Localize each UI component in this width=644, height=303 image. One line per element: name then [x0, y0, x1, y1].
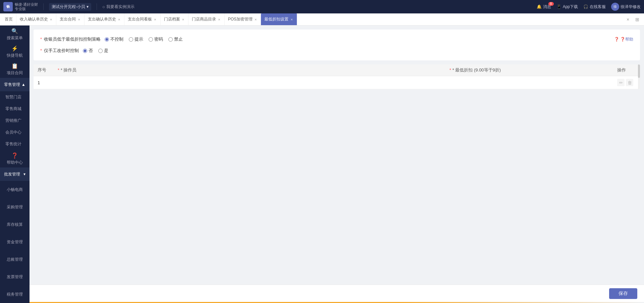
tab-store-file[interactable]: 门店档案 ×	[161, 13, 189, 26]
col-header-index: 序号	[34, 64, 54, 76]
radio-remind[interactable]: 提示	[129, 36, 143, 42]
cell-discount	[445, 76, 613, 89]
sidebar-sub-retail-stats[interactable]: 零售统计	[0, 138, 30, 150]
sidebar-item-inventory[interactable]: 库存核算	[0, 216, 30, 233]
col-header-discount: * * 最低折扣 (9.00等于9折)	[445, 64, 613, 76]
manual-price-row: * 仅手工改价时控制 否 是	[40, 48, 633, 54]
save-button[interactable]: 保存	[609, 288, 637, 299]
table-scrollbar-thumb	[638, 64, 640, 78]
radio-no-control[interactable]: 不控制	[105, 36, 123, 42]
edit-button[interactable]: ✏	[617, 79, 625, 86]
chevron-up-icon: ▲	[21, 82, 25, 87]
sidebar-item-account-mgmt[interactable]: 总账管理	[0, 251, 30, 268]
tab-min-discount[interactable]: 最低折扣设置 ×	[261, 13, 297, 26]
tab-close-income-confirm[interactable]: ×	[49, 17, 53, 22]
col-header-action: 操作	[613, 64, 640, 76]
tab-income-confirm[interactable]: 收入确认单历史 ×	[16, 13, 56, 26]
page-content: * 收银员低于最低折扣控制策略 不控制 提示	[30, 26, 644, 285]
topbar: 畅 畅捷·通好业财 专业版 测试分开完程-小贝 ▾ ○ 我要看实例演示 🔔 消息…	[0, 0, 644, 13]
sidebar-sub-smart-store[interactable]: 智慧门店	[0, 91, 30, 103]
tab-actions: × ⊞	[624, 15, 643, 23]
page-footer: 保存	[30, 285, 644, 302]
content-area: * 收银员低于最低折扣控制策略 不控制 提示	[30, 26, 644, 303]
sidebar-item-invoice-mgmt[interactable]: 发票管理	[0, 268, 30, 286]
user-menu[interactable]: 徐 徐泽华修改	[611, 3, 641, 11]
discount-table: 序号 * * 操作员 * * 最低折扣 (9.00等于9折) 操作	[34, 64, 640, 89]
tab-close-min-discount[interactable]: ×	[290, 17, 293, 22]
project-select[interactable]: 测试分开完程-小贝 ▾	[49, 3, 91, 11]
help-icon: ❓	[614, 37, 619, 42]
topbar-right: 🔔 消息 8 📱 App下载 🎧 在线客服 徐 徐泽华修改	[537, 3, 641, 11]
table-container: 序号 * * 操作员 * * 最低折扣 (9.00等于9折) 操作	[34, 64, 640, 89]
tab-close-payment-board[interactable]: ×	[153, 17, 157, 22]
tab-home[interactable]: 首页	[1, 13, 16, 26]
sidebar-item-ecommerce[interactable]: 小畅电商	[0, 181, 30, 198]
logo-area: 畅 畅捷·通好业财 专业版	[3, 2, 38, 11]
topbar-divider	[43, 3, 44, 10]
chevron-down-icon: ▾	[23, 172, 25, 176]
cell-operator	[54, 76, 445, 89]
search-icon: 🔍	[11, 28, 18, 34]
messages-badge: 8	[548, 2, 554, 6]
table-body: 1 ✏ 🗑	[34, 76, 640, 89]
radio-manual-yes[interactable]: 是	[98, 48, 108, 54]
sidebar-sub-online-store[interactable]: 零售商城	[0, 103, 30, 115]
tab-payment-confirm[interactable]: 支出确认单历史 ×	[85, 13, 124, 26]
tab-close-all-button[interactable]: ×	[624, 15, 632, 23]
tab-payment-contract[interactable]: 支出合同 ×	[56, 13, 84, 26]
logo-icon: 畅	[3, 2, 13, 11]
topbar-left: 畅 畅捷·通好业财 专业版 测试分开完程-小贝 ▾ ○ 我要看实例演示	[3, 2, 135, 11]
discount-strategy-row: * 收银员低于最低折扣控制策略 不控制 提示	[40, 36, 633, 42]
shortcut-icon: ⚡	[11, 45, 18, 52]
tab-payment-board[interactable]: 支出合同看板 ×	[124, 13, 160, 26]
app-download-button[interactable]: 📱 App下载	[556, 4, 578, 10]
sidebar-item-retail-mgmt[interactable]: 零售管理 ▲	[0, 78, 30, 91]
bell-icon: 🔔	[537, 4, 542, 9]
tab-close-store-product[interactable]: ×	[217, 17, 221, 22]
messages-button[interactable]: 🔔 消息 8	[537, 4, 551, 10]
col-header-operator: * * 操作员	[54, 64, 445, 76]
required-star: *	[40, 37, 42, 42]
sidebar-item-tax-mgmt[interactable]: 税务管理	[0, 286, 30, 303]
discount-strategy-label: * 收银员低于最低折扣控制策略	[40, 36, 101, 42]
sidebar-item-batch-mgmt[interactable]: 批发管理 ▾	[0, 167, 30, 181]
service-icon: 🎧	[583, 4, 588, 9]
demo-link[interactable]: ○ 我要看实例演示	[102, 4, 135, 10]
help-link[interactable]: ❓ ❓帮助	[614, 37, 633, 42]
sidebar-item-shortcut[interactable]: ⚡ 快捷导航	[0, 43, 30, 60]
tab-expand-button[interactable]: ⊞	[633, 15, 641, 23]
sidebar-item-project-contract[interactable]: 📋 项目合同	[0, 60, 30, 78]
discount-strategy-radio-group: 不控制 提示 密码 禁止	[105, 36, 183, 42]
help-icon: ❓	[11, 152, 18, 159]
sidebar-sub-marketing[interactable]: 营销推广	[0, 115, 30, 127]
avatar: 徐	[611, 3, 619, 11]
chevron-down-icon: ▾	[87, 4, 89, 9]
tab-close-payment-contract[interactable]: ×	[77, 17, 80, 22]
radio-password[interactable]: 密码	[149, 36, 163, 42]
sidebar-item-search[interactable]: 🔍 搜索菜单	[0, 26, 30, 43]
radio-forbidden[interactable]: 禁止	[168, 36, 183, 42]
manual-price-label: * 仅手工改价时控制	[40, 48, 79, 54]
manual-price-radio-group: 否 是	[83, 48, 108, 54]
tab-close-store-file[interactable]: ×	[181, 17, 185, 22]
download-icon: 📱	[556, 4, 561, 9]
table-header: 序号 * * 操作员 * * 最低折扣 (9.00等于9折) 操作	[34, 64, 640, 76]
sidebar-sub-member-center[interactable]: 会员中心	[0, 127, 30, 138]
sidebar-item-fund-mgmt[interactable]: 资金管理	[0, 233, 30, 251]
delete-button[interactable]: 🗑	[626, 79, 633, 86]
tab-store-product[interactable]: 门店商品目录 ×	[189, 13, 224, 26]
table-header-row: 序号 * * 操作员 * * 最低折扣 (9.00等于9折) 操作	[34, 64, 640, 76]
tab-pos-encrypt[interactable]: POS加密管理 ×	[225, 13, 261, 26]
table-scrollbar[interactable]	[638, 64, 640, 89]
customer-service-button[interactable]: 🎧 在线客服	[583, 4, 606, 10]
tab-close-payment-confirm[interactable]: ×	[117, 17, 121, 22]
tab-close-pos-encrypt[interactable]: ×	[254, 17, 257, 22]
logo-text: 畅捷·通好业财 专业版	[15, 2, 38, 11]
sidebar-item-purchase-mgmt[interactable]: 采购管理	[0, 198, 30, 216]
cell-action: ✏ 🗑	[613, 76, 640, 89]
sidebar-item-help-center[interactable]: ❓ 帮助中心	[0, 150, 30, 167]
action-icons: ✏ 🗑	[617, 79, 636, 86]
topbar-divider2	[97, 3, 97, 10]
main-layout: 🔍 搜索菜单 ⚡ 快捷导航 📋 项目合同 零售管理 ▲ 智慧门店 零售商城 营销…	[0, 26, 644, 303]
radio-manual-no[interactable]: 否	[83, 48, 93, 54]
